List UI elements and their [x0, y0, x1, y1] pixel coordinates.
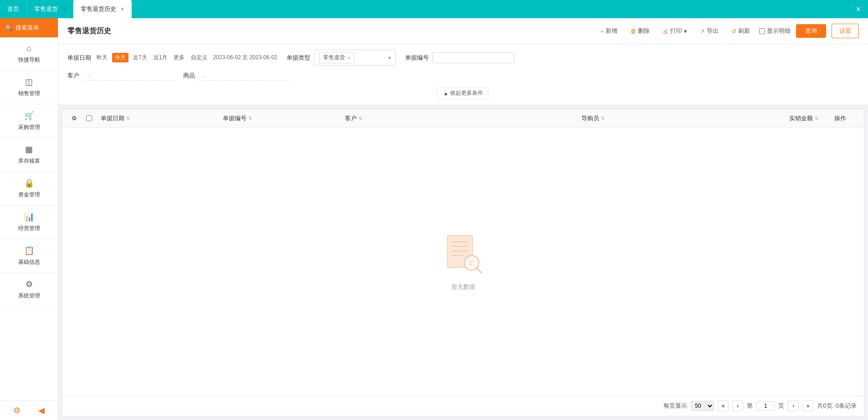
refresh-label: 刷新 — [738, 27, 750, 35]
operations-icon: 📊 — [24, 212, 34, 222]
setting-button[interactable]: 设置 — [832, 24, 859, 38]
main-layout: 🔍 搜索菜单 ⌂ 快捷导航 ◫ 销售管理 🛒 采购管理 ▦ 库存核算 🔒 资金管… — [0, 18, 868, 420]
sidebar-item-base-info[interactable]: 📋 基础信息 — [0, 239, 58, 273]
customer-input[interactable]: ... — [83, 70, 174, 81]
prev-page-icon: ‹ — [737, 403, 739, 409]
last-page-button[interactable]: » — [802, 400, 813, 411]
date-opt-more[interactable]: 更多 — [172, 53, 186, 62]
delete-icon: 🗑 — [630, 28, 636, 35]
page-number-input[interactable] — [756, 401, 775, 410]
print-label: 打印 — [670, 27, 682, 35]
print-dropdown-icon: ▾ — [684, 28, 687, 35]
bill-sort-icon: ⇅ — [248, 116, 252, 121]
next-page-button[interactable]: › — [788, 400, 799, 411]
delete-button[interactable]: 🗑 删除 — [627, 25, 653, 37]
empty-state: 暂无数据 — [62, 128, 864, 395]
tab-list: 首页 零售退货 × 零售退货历史 × — [0, 0, 848, 18]
bill-type-select[interactable]: 零售退货 × ▾ — [314, 50, 396, 66]
page-suffix: 页 — [778, 402, 784, 410]
sidebar-item-label: 资金管理 — [18, 191, 40, 199]
date-range-display: 2023-06-02 至 2023-06-02 — [213, 54, 277, 61]
date-options: 昨天 今天 近7天 近1月 更多 自定义 — [95, 53, 209, 62]
sidebar-item-label: 销售管理 — [18, 90, 40, 97]
sidebar-footer: ⚙ ◀ — [0, 400, 58, 420]
filter-row-2: 客户 ... 商品 ... — [67, 70, 859, 81]
prev-page-button[interactable]: ‹ — [732, 400, 743, 411]
bill-type-tag: 零售退货 × — [319, 52, 354, 63]
first-page-button[interactable]: « — [718, 400, 729, 411]
amount-sort-icon: ⇅ — [815, 116, 818, 121]
column-guide[interactable]: 导购员 ⇅ — [578, 114, 700, 123]
sidebar-item-quick-nav[interactable]: ⌂ 快捷导航 — [0, 37, 58, 71]
retail-return-history-tab-close[interactable]: × — [121, 6, 124, 12]
footer-collapse-icon[interactable]: ◀ — [38, 405, 45, 415]
tab-home[interactable]: 首页 — [0, 0, 27, 18]
guide-sort-icon: ⇅ — [601, 116, 605, 121]
new-label: 新增 — [606, 27, 617, 35]
query-button[interactable]: 查询 — [796, 24, 826, 38]
customer-placeholder: ... — [87, 72, 91, 78]
column-bill[interactable]: 单据编号 ⇅ — [219, 114, 341, 123]
show-detail-input[interactable] — [759, 28, 765, 34]
empty-text: 暂无数据 — [452, 283, 475, 291]
refresh-button[interactable]: ↺ 刷新 — [728, 25, 754, 37]
bill-type-remove[interactable]: × — [348, 55, 350, 61]
new-button[interactable]: + 新增 — [596, 25, 621, 37]
date-opt-today[interactable]: 今天 — [112, 53, 128, 62]
collapse-button[interactable]: ▲ 收起更多条件 — [437, 87, 489, 99]
column-settings[interactable]: ⚙ — [68, 115, 82, 122]
sidebar-search-label: 搜索菜单 — [15, 24, 39, 32]
show-detail-checkbox[interactable]: 显示明细 — [759, 27, 791, 35]
sidebar-search[interactable]: 🔍 搜索菜单 — [0, 18, 58, 37]
print-button[interactable]: 🖨 打印 ▾ — [659, 25, 691, 37]
settings-icon: ⚙ — [72, 115, 77, 122]
top-bar: 首页 零售退货 × 零售退货历史 × × — [0, 0, 868, 18]
date-opt-custom[interactable]: 自定义 — [189, 53, 209, 62]
sidebar-item-purchase-mgmt[interactable]: 🛒 采购管理 — [0, 104, 58, 138]
collapse-icon: ▲ — [443, 90, 449, 97]
empty-illustration — [441, 232, 486, 277]
bill-no-input[interactable] — [432, 52, 514, 63]
bill-no-label: 单据编号 — [405, 54, 429, 62]
per-page-select[interactable]: 50 10 20 100 — [691, 401, 714, 411]
sidebar-item-operations[interactable]: 📊 经营管理 — [0, 205, 58, 239]
sidebar-item-label: 采购管理 — [18, 123, 40, 131]
show-detail-label: 显示明细 — [767, 27, 791, 35]
page-label: 第 — [747, 402, 753, 410]
date-opt-7days[interactable]: 近7天 — [131, 53, 149, 62]
column-amount-label: 实销金额 — [789, 114, 813, 123]
select-all-checkbox[interactable] — [86, 115, 92, 121]
footer-settings-icon[interactable]: ⚙ — [13, 405, 21, 415]
tab-retail-return[interactable]: 零售退货 × — [27, 0, 73, 18]
sidebar-item-label: 库存核算 — [18, 157, 40, 165]
page-title: 零售退货历史 — [67, 26, 111, 36]
export-button[interactable]: ↗ 导出 — [696, 25, 722, 37]
sales-mgmt-icon: ◫ — [25, 77, 33, 87]
column-checkbox[interactable] — [82, 115, 97, 121]
retail-return-tab-close[interactable]: × — [62, 6, 66, 12]
sidebar: 🔍 搜索菜单 ⌂ 快捷导航 ◫ 销售管理 🛒 采购管理 ▦ 库存核算 🔒 资金管… — [0, 18, 58, 420]
column-date[interactable]: 单据日期 ⇅ — [97, 114, 219, 123]
date-sort-icon: ⇅ — [126, 116, 130, 121]
date-opt-1month[interactable]: 近1月 — [152, 53, 169, 62]
window-close-button[interactable]: × — [848, 5, 868, 14]
bill-type-dropdown-icon: ▾ — [388, 55, 391, 61]
sidebar-item-label: 基础信息 — [18, 258, 40, 266]
sidebar-item-inventory[interactable]: ▦ 库存核算 — [0, 138, 58, 172]
bill-type-label: 单据类型 — [287, 54, 310, 62]
column-amount[interactable]: 实销金额 ⇅ — [700, 114, 822, 123]
date-opt-yesterday[interactable]: 昨天 — [95, 53, 109, 62]
home-tab-label: 首页 — [7, 5, 19, 13]
total-records: 共0页, 0条记录 — [817, 402, 857, 410]
sidebar-item-system-mgmt[interactable]: ⚙ 系统管理 — [0, 273, 58, 307]
print-icon: 🖨 — [663, 28, 668, 35]
export-label: 导出 — [707, 27, 719, 35]
sidebar-item-sales-mgmt[interactable]: ◫ 销售管理 — [0, 71, 58, 104]
last-page-icon: » — [806, 403, 810, 409]
tab-retail-return-history[interactable]: 零售退货历史 × — [73, 0, 132, 18]
column-customer[interactable]: 客户 ⇅ — [341, 114, 578, 123]
sidebar-item-finance[interactable]: 🔒 资金管理 — [0, 172, 58, 205]
column-action: 操作 — [822, 114, 858, 123]
goods-input[interactable]: ... — [199, 70, 290, 81]
next-page-icon: › — [792, 403, 794, 409]
